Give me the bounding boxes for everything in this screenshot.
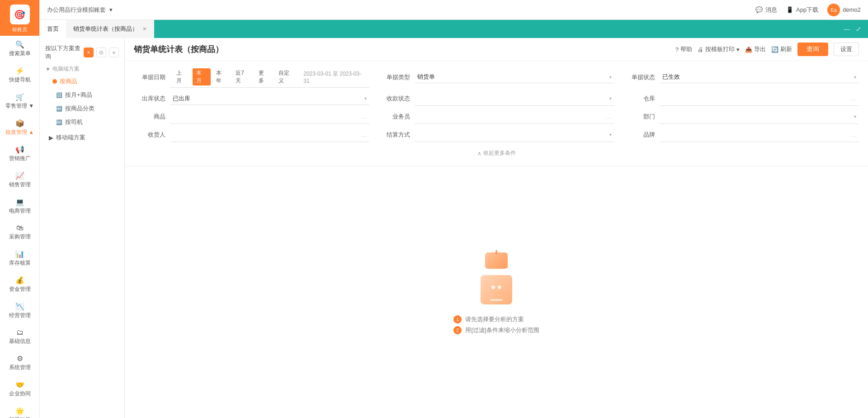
hint-1: 1 请先选择要分析的方案 — [453, 315, 539, 323]
date-filter: 上月 本月 本年 近7天 更多 自定义 2023-03-01 至 2023-03… — [170, 66, 369, 88]
out-status-label: 出库状态 — [134, 95, 170, 103]
tree-item-by-month-product[interactable]: 🔢 按月+商品 — [40, 88, 124, 102]
sidebar-item-shortcut[interactable]: ⚡ 快捷导航 — [0, 62, 39, 88]
receiver-filter[interactable]: … — [170, 128, 369, 142]
type-filter[interactable]: 销货单 ▾ — [415, 71, 614, 83]
top-header: 办公用品行业模拟账套 ▾ 💬 消息 📱 App下载 Ea demo2 — [40, 0, 868, 20]
sidebar-item-marketing[interactable]: 📢 营销推广 — [0, 141, 39, 167]
status-value: 已生效 — [662, 73, 680, 81]
sidebar-item-sales[interactable]: 📈 销售管理 — [0, 167, 39, 193]
breadcrumb-arrow[interactable]: ▾ — [109, 6, 113, 13]
tree-item-by-category[interactable]: 🔤 按商品分类 — [40, 102, 124, 115]
help-button[interactable]: ? 帮助 — [675, 45, 692, 53]
page-title: 销货单统计表（按商品） — [134, 44, 223, 55]
username: demo2 — [843, 6, 861, 13]
query-button[interactable]: 查询 — [797, 43, 828, 56]
content-area: 按以下方案查询 + ⊙ « ▼ 电脑端方案 按商品 🔢 按月+商品 — [40, 38, 868, 418]
payment-filter[interactable]: ▾ — [415, 128, 614, 142]
user-menu[interactable]: Ea demo2 — [827, 4, 861, 16]
settings-scheme-button[interactable]: ⊙ — [96, 48, 106, 57]
right-main: 销货单统计表（按商品） ? 帮助 🖨 按模板打印 ▾ 📤 导出 — [125, 38, 868, 418]
purchase-icon: 🛍 — [2, 224, 38, 232]
sidebar-item-inventory[interactable]: 📊 库存核算 — [0, 245, 39, 271]
sidebar-item-wholesale[interactable]: 📦 批发管理 ▲ — [0, 114, 39, 141]
retail-icon: 🛒 — [2, 93, 38, 101]
left-panel-header: 按以下方案查询 + ⊙ « — [40, 42, 124, 63]
collect-filter[interactable]: ▾ — [415, 91, 614, 106]
sidebar-item-ecommerce[interactable]: 💻 电商管理 — [0, 193, 39, 219]
tree-item-by-product[interactable]: 按商品 — [40, 75, 124, 88]
staff-label: 业务员 — [378, 113, 415, 121]
messages-button[interactable]: 💬 消息 — [755, 6, 777, 14]
tab-home[interactable]: 首页 — [40, 20, 66, 38]
dept-filter[interactable]: ▾ — [660, 109, 859, 124]
marketing-icon: 📢 — [2, 145, 38, 154]
tab-close-icon[interactable]: ✕ — [142, 26, 147, 32]
date-btn-this-year[interactable]: 本年 — [212, 68, 231, 86]
date-btn-this-month[interactable]: 本月 — [193, 68, 211, 86]
search-icon: 🔍 — [2, 40, 38, 49]
robot-head — [485, 252, 508, 269]
tree-icon-category: 🔤 — [56, 106, 62, 112]
empty-hints: 1 请先选择要分析的方案 2 用[过滤]条件来缩小分析范围 — [453, 315, 539, 334]
date-btn-7days[interactable]: 近7天 — [232, 68, 253, 86]
date-label: 单据日期 — [134, 73, 170, 81]
message-icon: 💬 — [755, 6, 763, 13]
warehouse-filter[interactable]: … — [660, 91, 859, 106]
product-label: 商品 — [134, 113, 170, 121]
collapse-bar[interactable]: ∧ 收起更多条件 — [134, 146, 859, 161]
type-value: 销货单 — [417, 73, 435, 81]
date-btn-custom[interactable]: 自定义 — [275, 68, 298, 86]
robot-eye-left — [491, 285, 495, 289]
tree-label-by-product: 按商品 — [60, 77, 77, 86]
logo-text: 标账员 — [12, 26, 27, 33]
maximize-button[interactable]: ⤢ — [854, 25, 863, 33]
sidebar-item-operations[interactable]: 📉 经营管理 — [0, 298, 39, 324]
chevron-down-icon: ▼ — [45, 66, 51, 72]
receiver-more-icon: … — [361, 131, 367, 138]
date-range-value: 2023-03-01 至 2023-03-31 — [303, 70, 367, 84]
date-btn-last-month[interactable]: 上月 — [173, 68, 191, 86]
sidebar-item-system[interactable]: ⚙ 系统管理 — [0, 350, 39, 376]
hint-1-num: 1 — [453, 315, 462, 323]
product-filter[interactable]: … — [170, 109, 369, 124]
sidebar-item-basic[interactable]: 🗂 基础信息 — [0, 324, 39, 350]
refresh-button[interactable]: 🔄 刷新 — [771, 45, 792, 53]
status-filter[interactable]: 已生效 ▾ — [660, 71, 859, 83]
wholesale-icon: 📦 — [2, 119, 38, 128]
minimize-button[interactable]: — — [843, 25, 851, 33]
sidebar-item-search[interactable]: 🔍 搜索菜单 — [0, 36, 39, 62]
page-header: 销货单统计表（按商品） ? 帮助 🖨 按模板打印 ▾ 📤 导出 — [125, 38, 868, 61]
type-label: 单据类型 — [378, 73, 415, 81]
brand-filter[interactable]: … — [660, 128, 859, 142]
dept-dropdown-icon: ▾ — [854, 114, 856, 119]
tree-item-mobile[interactable]: ▶ 移动端方案 — [40, 131, 124, 144]
add-scheme-button[interactable]: + — [84, 48, 94, 57]
tree-icon-cashier: 🔤 — [56, 119, 62, 125]
out-status-filter[interactable]: 已出库 ▾ — [170, 93, 369, 105]
tree-item-by-cashier[interactable]: 🔤 按司机 — [40, 115, 124, 129]
left-panel-icons: + ⊙ « — [84, 48, 119, 57]
staff-more-icon: … — [606, 113, 612, 120]
app-download-button[interactable]: 📱 App下载 — [786, 6, 818, 14]
tab-sales-stat[interactable]: 销货单统计表（按商品） ✕ — [66, 20, 154, 38]
date-btn-more[interactable]: 更多 — [255, 68, 273, 86]
main-wrapper: 办公用品行业模拟账套 ▾ 💬 消息 📱 App下载 Ea demo2 首页 — [40, 0, 868, 418]
selected-dot-icon — [52, 79, 57, 84]
collapse-panel-button[interactable]: « — [109, 48, 119, 57]
sidebar-item-purchase[interactable]: 🛍 采购管理 — [0, 219, 39, 245]
sidebar-item-retail[interactable]: 🛒 零售管理 ▼ — [0, 88, 39, 114]
template-print-button[interactable]: 🖨 按模板打印 ▾ — [698, 45, 740, 53]
help-icon: ? — [675, 46, 679, 53]
refresh-icon: 🔄 — [771, 46, 778, 53]
sidebar-item-newbie[interactable]: 🌟 新手引导 — [0, 402, 39, 418]
avatar: Ea — [827, 4, 840, 16]
out-status-value: 已出库 — [173, 95, 190, 103]
export-button[interactable]: 📤 导出 — [745, 45, 766, 53]
sidebar-item-enterprise[interactable]: 🤝 企业协同 — [0, 376, 39, 402]
staff-filter[interactable]: … — [415, 109, 614, 124]
sidebar-item-finance[interactable]: 💰 资金管理 — [0, 271, 39, 298]
settings-button[interactable]: 设置 — [834, 43, 859, 56]
tree-icon-month: 🔢 — [56, 92, 62, 98]
logo-icon: 🎯 — [10, 5, 30, 24]
